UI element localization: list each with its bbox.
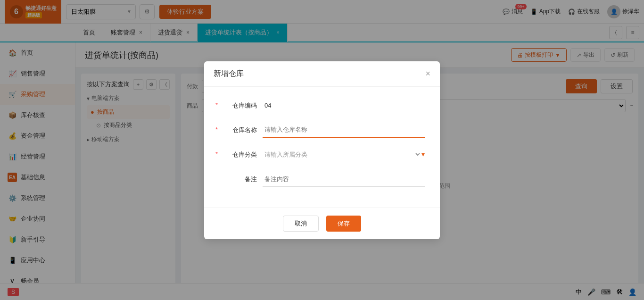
modal-overlay[interactable]: 新增仓库 × 仓库编码 仓库名称 仓库分类 请输入所属分类 ▾	[0, 0, 644, 300]
modal-title: 新增仓库	[214, 69, 244, 79]
form-row-remark: 备注	[219, 172, 425, 187]
form-row-code: 仓库编码	[219, 98, 425, 113]
form-row-category: 仓库分类 请输入所属分类 ▾	[219, 147, 425, 162]
modal-body: 仓库编码 仓库名称 仓库分类 请输入所属分类 ▾ 备注	[204, 87, 440, 208]
form-row-name: 仓库名称	[219, 123, 425, 138]
remark-field-label: 备注	[219, 175, 257, 183]
code-field-label: 仓库编码	[219, 101, 257, 110]
name-field-label: 仓库名称	[219, 126, 257, 134]
warehouse-name-input[interactable]	[263, 123, 425, 138]
modal-close-button[interactable]: ×	[425, 69, 430, 78]
warehouse-code-input[interactable]	[263, 98, 425, 113]
category-select[interactable]: 请输入所属分类	[263, 150, 421, 158]
save-button[interactable]: 保存	[326, 216, 361, 232]
remark-input[interactable]	[263, 172, 425, 187]
category-field-label: 仓库分类	[219, 150, 257, 159]
add-warehouse-modal: 新增仓库 × 仓库编码 仓库名称 仓库分类 请输入所属分类 ▾	[204, 61, 440, 239]
category-select-wrapper: 请输入所属分类 ▾	[263, 147, 425, 162]
category-dropdown-icon[interactable]: ▾	[421, 150, 425, 158]
modal-header: 新增仓库 ×	[204, 61, 440, 87]
modal-footer: 取消 保存	[204, 208, 440, 239]
cancel-button[interactable]: 取消	[283, 216, 319, 232]
